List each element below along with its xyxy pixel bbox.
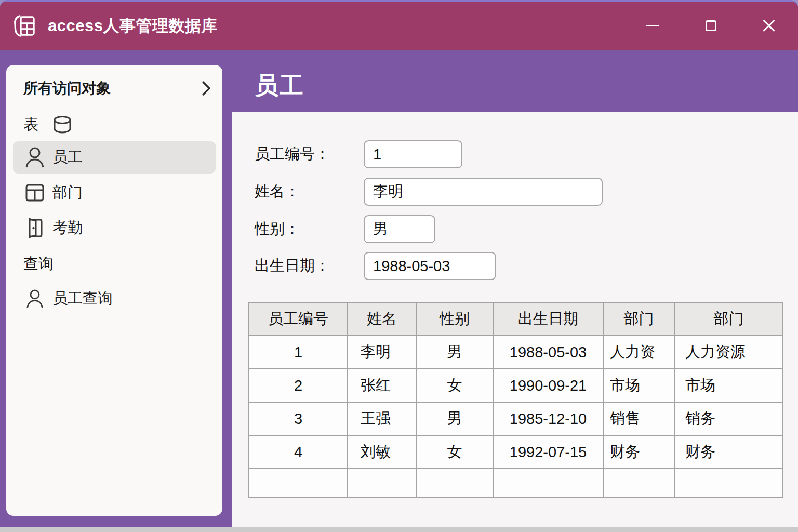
table-row[interactable]: 1 李明 男 1988-05-03 人力资 人力资源 (249, 336, 783, 369)
nav-section-tables-label: 表 (23, 114, 38, 135)
table-row[interactable]: 4 刘敏 女 1992-07-15 财务 财务 (249, 435, 783, 469)
sidebar-item-label: 员工 (52, 147, 83, 168)
column-header-name[interactable]: 姓名 (348, 302, 416, 336)
close-icon (762, 19, 776, 33)
maximize-icon (706, 20, 716, 31)
cell-name[interactable]: 张红 (348, 369, 416, 402)
window-bottom-edge (0, 527, 798, 532)
page-title: 员工 (255, 70, 304, 102)
chevron-right-icon (201, 79, 212, 97)
access-app-icon (12, 12, 36, 39)
cell-birthdate[interactable]: 1990-09-21 (493, 369, 603, 402)
cell-name[interactable]: 王强 (348, 402, 416, 435)
nav-pane-header[interactable]: 所有访问对象 (23, 75, 212, 101)
cell-employee-id[interactable]: 1 (249, 336, 348, 369)
cell-birthdate[interactable] (493, 469, 603, 497)
app-body: 所有访问对象 表 (0, 50, 798, 528)
form-row-birthdate: 出生日期： (255, 252, 496, 280)
nav-section-queries[interactable]: 查询 (23, 248, 54, 280)
name-field[interactable] (364, 178, 603, 206)
sidebar-item-label: 员工查询 (52, 288, 113, 309)
navigation-pane: 所有访问对象 表 (6, 65, 222, 516)
sidebar-item-label: 部门 (52, 182, 83, 203)
table-row[interactable]: 2 张红 女 1990-09-21 市场 市场 (249, 369, 783, 402)
form-row-gender: 性别： (255, 215, 435, 243)
cell-gender[interactable]: 男 (416, 336, 493, 369)
column-header-employee-id[interactable]: 员工编号 (249, 302, 348, 336)
form-row-name: 姓名： (255, 178, 603, 206)
cell-birthdate[interactable]: 1992-07-15 (493, 435, 603, 469)
sidebar-item-departments[interactable]: 部门 (13, 177, 216, 209)
cell-department-2[interactable]: 销务 (674, 402, 783, 435)
cell-department-2[interactable]: 市场 (674, 369, 783, 402)
cell-gender[interactable]: 女 (416, 369, 493, 402)
cell-employee-id[interactable] (249, 469, 348, 497)
employee-form-panel: 员工编号： 姓名： 性别： 出生日期： (232, 112, 798, 528)
cell-department-1[interactable]: 财务 (603, 435, 674, 469)
cell-department-1[interactable]: 销售 (603, 402, 674, 435)
birthdate-field[interactable] (364, 252, 496, 280)
column-header-department-2[interactable]: 部门 (674, 302, 783, 336)
cell-employee-id[interactable]: 4 (249, 435, 348, 469)
titlebar: access人事管理数据库 (0, 2, 798, 50)
cell-department-1[interactable] (603, 469, 674, 497)
cell-gender[interactable]: 女 (416, 435, 493, 469)
column-header-department-1[interactable]: 部门 (603, 302, 674, 336)
gender-label: 性别： (255, 219, 364, 240)
nav-pane-title: 所有访问对象 (23, 78, 111, 98)
nav-section-tables[interactable]: 表 (23, 109, 73, 141)
nav-section-queries-label: 查询 (23, 254, 54, 274)
door-icon (23, 217, 46, 239)
column-header-gender[interactable]: 性别 (416, 302, 493, 336)
table-row[interactable]: 3 王强 男 1985-12-10 销售 销务 (249, 402, 783, 435)
datasheet-header-row: 员工编号 姓名 性别 出生日期 部门 部门 (249, 302, 783, 336)
cell-name[interactable] (348, 469, 416, 497)
cell-birthdate[interactable]: 1985-12-10 (493, 402, 603, 435)
cell-department-1[interactable]: 人力资 (603, 336, 674, 369)
close-button[interactable] (740, 2, 798, 50)
table-grid-icon (23, 182, 46, 203)
window-title: access人事管理数据库 (48, 15, 218, 37)
cell-employee-id[interactable]: 2 (249, 369, 348, 402)
sidebar-item-label: 考勤 (52, 218, 83, 238)
cell-department-2[interactable]: 财务 (674, 435, 783, 469)
database-cylinder-icon (52, 115, 73, 135)
sidebar-item-employee-query[interactable]: 员工查询 (13, 283, 216, 315)
employee-id-label: 员工编号： (255, 144, 364, 165)
app-window: access人事管理数据库 所有访问对象 表 (0, 0, 798, 532)
birthdate-label: 出生日期： (255, 256, 364, 276)
cell-department-2[interactable]: 人力资源 (674, 336, 783, 369)
cell-employee-id[interactable]: 3 (249, 402, 348, 435)
column-header-birthdate[interactable]: 出生日期 (493, 302, 603, 336)
form-row-employee-id: 员工编号： (255, 140, 462, 168)
gender-field[interactable] (364, 215, 435, 243)
person-icon (23, 289, 46, 309)
cell-name[interactable]: 李明 (348, 336, 416, 369)
person-icon (23, 147, 46, 168)
cell-name[interactable]: 刘敏 (348, 435, 416, 469)
employee-datasheet: 员工编号 姓名 性别 出生日期 部门 部门 1 李明 男 1988-05-03 (248, 302, 783, 498)
cell-department-2[interactable] (674, 469, 783, 497)
sidebar-item-employees[interactable]: 员工 (13, 141, 216, 174)
name-label: 姓名： (255, 181, 364, 202)
window-controls (623, 2, 798, 50)
cell-gender[interactable]: 男 (416, 402, 493, 435)
cell-birthdate[interactable]: 1988-05-03 (493, 336, 603, 369)
employee-id-field[interactable] (364, 140, 462, 168)
cell-department-1[interactable]: 市场 (603, 369, 674, 402)
maximize-button[interactable] (682, 2, 740, 50)
table-row-new-record[interactable] (249, 469, 783, 497)
cell-gender[interactable] (416, 469, 493, 497)
minimize-icon (646, 25, 659, 26)
minimize-button[interactable] (623, 2, 682, 50)
sidebar-item-attendance[interactable]: 考勤 (13, 212, 216, 244)
